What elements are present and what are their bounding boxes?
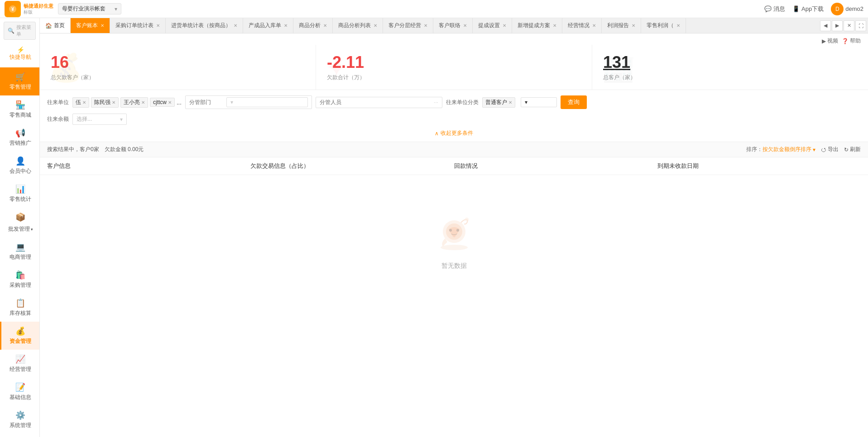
balance-select[interactable]: 选择... ▾ (72, 114, 127, 125)
tab-customer-book[interactable]: 客户账本 ✕ (71, 18, 110, 33)
app-download-button[interactable]: 📱 App下载 (792, 5, 824, 13)
purchase-icon: 🛍️ (5, 270, 36, 280)
tab-product-analysis-list[interactable]: 商品分析列表 ✕ (333, 18, 383, 33)
avatar: D (831, 3, 844, 15)
tag-close-chen[interactable]: ✕ (112, 100, 115, 105)
unit-tag-more[interactable]: ... (177, 99, 182, 106)
tab-close-icon[interactable]: ✕ (101, 23, 104, 28)
top-bar: ¥ 畅捷通好生意 标版 母婴行业演示帐套 ▾ 💬 消息 📱 App下载 D de… (0, 0, 868, 18)
sort-label: 排序： (746, 146, 762, 153)
sidebar-item-retail-shop[interactable]: 🏪 零售商城 (0, 95, 39, 124)
tab-close-icon[interactable]: ✕ (374, 23, 377, 28)
tab-retail-profit[interactable]: 零售利润（ ✕ (641, 18, 686, 33)
tab-incoming-stats[interactable]: 进货单统计表（按商品） ✕ (166, 18, 243, 33)
tag-close-wang[interactable]: ✕ (141, 100, 145, 105)
tab-close-icon[interactable]: ✕ (676, 23, 680, 28)
tab-new-commission[interactable]: 新增提成方案 ✕ (512, 18, 562, 33)
finance-icon: 💰 (5, 326, 36, 336)
stat-bg-icon-3: 🏢 (601, 51, 635, 83)
sidebar-item-ecommerce[interactable]: 💻 电商管理 (0, 238, 39, 266)
tab-close-icon[interactable]: ✕ (284, 23, 288, 28)
tab-profit-report[interactable]: 利润报告 ✕ (602, 18, 641, 33)
table-header: 客户信息 欠款交易信息（占比） 回款情况 到期未收款日期 (40, 157, 868, 175)
help-icon: ❓ (842, 38, 849, 44)
tag-close-normal[interactable]: ✕ (508, 100, 512, 105)
unit-type-select[interactable]: ▾ (521, 97, 557, 107)
sidebar-item-finance[interactable]: 💰 资金管理 (0, 322, 39, 350)
tab-purchase-order-stats[interactable]: 采购订单统计表 ✕ (110, 18, 166, 33)
tab-close-icon[interactable]: ✕ (424, 23, 427, 28)
help-buttons: ▶ 视频 ❓ 帮助 (40, 33, 868, 45)
person-filter-select[interactable]: 分管人员 ··· (316, 97, 442, 108)
column-overdue-date: 到期未收款日期 (657, 162, 861, 170)
empty-illustration (432, 211, 477, 256)
video-icon: ▶ (822, 38, 826, 44)
person-more-icon: ··· (434, 99, 438, 105)
logo: ¥ 畅捷通好生意 标版 (5, 1, 53, 17)
tab-close-icon[interactable]: ✕ (323, 23, 327, 28)
filter-tag-wang: 王小亮 ✕ (120, 97, 148, 108)
sort-select[interactable]: 按欠款金额倒序排序 ▾ (762, 146, 815, 153)
action-buttons: ⭯ 导出 ↻ 刷新 (821, 146, 861, 153)
sidebar-item-purchase[interactable]: 🛍️ 采购管理 (0, 266, 39, 294)
tab-close-icon[interactable]: ✕ (156, 23, 160, 28)
search-icon: 🔍 (8, 28, 14, 34)
balance-dropdown-icon: ▾ (120, 116, 123, 123)
unit-type-tags: 普通客户 ✕ (482, 97, 515, 108)
workspace-selector[interactable]: 母婴行业演示帐套 ▾ (58, 3, 121, 14)
tab-actions: ◀ ▶ ✕ ⛶ (820, 20, 868, 31)
filter-tag-chen: 陈民强 ✕ (91, 97, 119, 108)
sidebar-search-box[interactable]: 🔍 搜索菜单 (4, 22, 36, 40)
sidebar-item-system[interactable]: ⚙️ 系统管理 (0, 406, 39, 434)
tab-home[interactable]: 🏠 首页 (40, 18, 71, 33)
filter-tag-cj: cjttcw ✕ (150, 98, 175, 107)
export-button[interactable]: ⭯ 导出 (821, 146, 839, 153)
tab-close-icon[interactable]: ✕ (592, 23, 596, 28)
tab-fullscreen-button[interactable]: ⛶ (855, 20, 866, 31)
tag-close-cj[interactable]: ✕ (168, 100, 172, 105)
sidebar-item-operations[interactable]: 📈 经营管理 (0, 350, 39, 378)
tab-customer-segment[interactable]: 客户分层经营 ✕ (383, 18, 433, 33)
tag-close-wu[interactable]: ✕ (82, 100, 86, 105)
tab-customer-contact[interactable]: 客户联络 ✕ (433, 18, 473, 33)
sidebar-search[interactable]: 🔍 搜索菜单 (0, 18, 39, 43)
tab-close-icon[interactable]: ✕ (503, 23, 506, 28)
tab-close-icon[interactable]: ✕ (553, 23, 556, 28)
sidebar-item-quick-nav[interactable]: ⚡ 快捷导航 (0, 43, 39, 64)
tab-product-incoming[interactable]: 产成品入库单 ✕ (243, 18, 293, 33)
help-button[interactable]: ❓ 帮助 (842, 37, 861, 45)
refresh-button[interactable]: ↻ 刷新 (844, 146, 861, 153)
sidebar-item-enterprise[interactable]: 🤝 企业协同 (0, 434, 39, 437)
sidebar-item-marketing[interactable]: 📢 营销推广 (0, 124, 39, 152)
home-icon: 🏠 (45, 23, 52, 29)
sidebar-item-basic-info[interactable]: 📝 基础信息 (0, 378, 39, 406)
message-button[interactable]: 💬 消息 (764, 5, 785, 13)
tab-close-icon[interactable]: ✕ (463, 23, 467, 28)
dept-filter-select[interactable]: 分管部门 ▾ (185, 95, 312, 109)
collapse-button[interactable]: ∧ 收起更多条件 (435, 129, 473, 137)
tab-next-button[interactable]: ▶ (832, 20, 843, 31)
unit-type-dropdown[interactable]: ▾ (521, 97, 557, 107)
tab-prev-button[interactable]: ◀ (820, 20, 831, 31)
sidebar-item-inventory[interactable]: 📋 库存核算 (0, 294, 39, 322)
tab-close-icon[interactable]: ✕ (632, 23, 635, 28)
tab-operations-status[interactable]: 经营情况 ✕ (562, 18, 602, 33)
filter-row-1: 往来单位 伍 ✕ 陈民强 ✕ 王小亮 ✕ (47, 95, 861, 109)
stats-row: 💰 16 总欠款客户（家） ✦ -2.11 欠款合计（万） 🏢 (40, 45, 868, 90)
search-result-text: 搜索结果中，客户0家 (47, 146, 99, 153)
tab-close-all-button[interactable]: ✕ (844, 20, 854, 31)
dept-dropdown-icon: ▾ (226, 97, 308, 107)
user-menu[interactable]: D demo2 (831, 3, 863, 15)
sidebar-item-retail-stats[interactable]: 📊 零售统计 (0, 180, 39, 208)
tab-commission-settings[interactable]: 提成设置 ✕ (473, 18, 512, 33)
sidebar-item-batch-mgmt[interactable]: 📦 批发管理 ▾ (0, 208, 39, 238)
query-button[interactable]: 查询 (561, 95, 587, 109)
svg-point-5 (449, 229, 452, 232)
video-help-button[interactable]: ▶ 视频 (822, 37, 838, 45)
empty-text: 暂无数据 (441, 262, 467, 270)
export-icon: ⭯ (821, 147, 826, 153)
sidebar-item-member[interactable]: 👤 会员中心 (0, 152, 39, 180)
sidebar-item-retail-mgmt[interactable]: 🛒 零售管理 (0, 67, 39, 95)
tab-product-analysis[interactable]: 商品分析 ✕ (293, 18, 333, 33)
tab-close-icon[interactable]: ✕ (234, 23, 237, 28)
